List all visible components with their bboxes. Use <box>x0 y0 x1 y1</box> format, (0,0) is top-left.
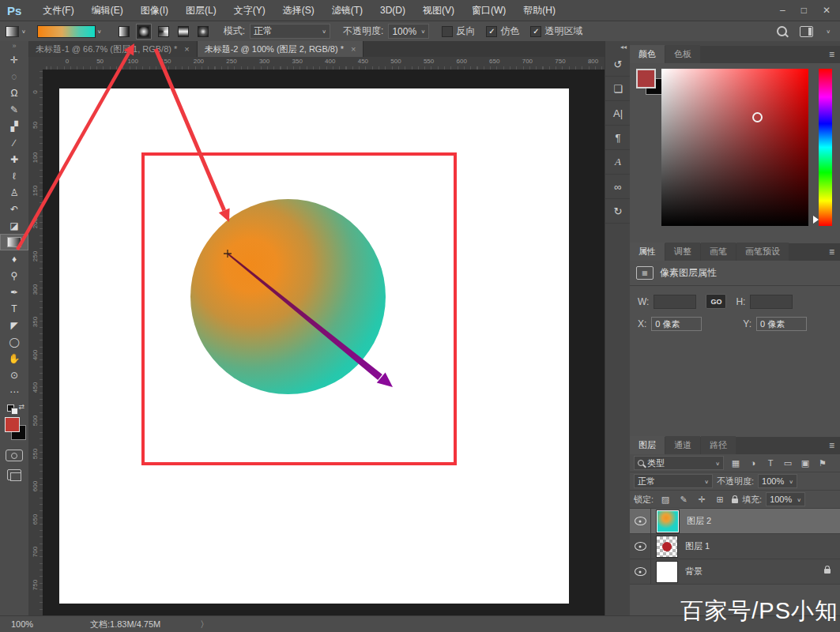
zoom-tool[interactable]: ⊙ <box>0 367 28 383</box>
layer-thumbnail[interactable] <box>657 562 677 582</box>
layer-filter-select[interactable]: 类型 ∨ <box>634 456 724 470</box>
tool-preset-picker[interactable]: ∨ <box>6 26 26 37</box>
close-icon[interactable]: × <box>351 44 356 54</box>
clone-stamp-tool[interactable]: ♙ <box>0 184 28 201</box>
sync-panel-icon[interactable]: ↻ <box>605 199 631 224</box>
default-swap-colors[interactable]: ⇄ <box>0 403 28 414</box>
lasso-tool[interactable]: Ω <box>0 85 28 101</box>
menu-item[interactable]: 编辑(E) <box>83 0 132 21</box>
hue-slider-handle[interactable] <box>813 216 819 224</box>
screen-mode-button[interactable] <box>7 469 21 480</box>
tab-色板[interactable]: 色板 <box>665 45 700 63</box>
filter-smart-objects-icon[interactable]: ▣ <box>797 457 813 469</box>
lock-all-icon[interactable] <box>732 498 738 503</box>
visibility-cell[interactable] <box>630 559 651 584</box>
libraries-panel-icon[interactable]: ❏ <box>605 77 631 101</box>
layer-thumbnail[interactable] <box>657 510 679 532</box>
close-icon[interactable]: × <box>184 44 189 54</box>
menu-item[interactable]: 图层(L) <box>177 0 225 21</box>
tab-画笔[interactable]: 画笔 <box>701 243 736 261</box>
spot-healing-tool[interactable]: ✚ <box>0 151 28 167</box>
marquee-tool[interactable]: ◌ <box>0 68 28 85</box>
ellipse-tool[interactable]: ◯ <box>0 333 28 350</box>
quick-mask-button[interactable] <box>6 450 23 461</box>
radial-gradient-button[interactable] <box>136 24 152 40</box>
lock-position-icon[interactable]: ✛ <box>694 493 710 506</box>
tab-画笔预设[interactable]: 画笔预设 <box>736 243 789 261</box>
brush-tool[interactable]: ℓ <box>0 167 28 184</box>
eye-icon[interactable] <box>635 517 646 525</box>
zoom-level-field[interactable]: 100% <box>11 619 58 629</box>
character-panel-icon[interactable]: A| <box>605 101 631 126</box>
quick-selection-tool[interactable]: ✎ <box>0 101 28 118</box>
paragraph-panel-icon[interactable]: ¶ <box>605 126 631 150</box>
lock-transparent-pixels-icon[interactable]: ▨ <box>657 493 673 506</box>
foreground-color-swatch[interactable] <box>5 417 20 432</box>
menu-item[interactable]: 窗口(W) <box>463 0 514 21</box>
tab-通道[interactable]: 通道 <box>665 436 700 454</box>
layer-blend-mode-select[interactable]: 正常 ∨ <box>634 474 713 488</box>
filter-pixel-layers-icon[interactable]: ▦ <box>728 457 744 469</box>
blur-tool[interactable]: ♦ <box>0 250 28 267</box>
history-brush-tool[interactable]: ↶ <box>0 201 28 217</box>
pen-tool[interactable]: ✒ <box>0 284 28 300</box>
document-canvas[interactable] <box>59 88 569 604</box>
height-field[interactable] <box>750 295 793 309</box>
panel-menu-icon[interactable]: ≡ <box>829 49 834 60</box>
hue-slider-strip[interactable] <box>819 69 832 226</box>
search-icon[interactable] <box>777 26 787 36</box>
eraser-tool[interactable]: ◪ <box>0 217 28 234</box>
close-button[interactable]: ✕ <box>823 0 831 21</box>
visibility-cell[interactable] <box>630 534 651 559</box>
layer-fill-select[interactable]: 100% ∨ <box>766 492 805 506</box>
share-panel-icon[interactable]: ∞ <box>605 175 631 199</box>
filter-type-layers-icon[interactable]: T <box>763 457 778 469</box>
crop-tool[interactable]: ▞ <box>0 118 28 134</box>
hand-tool[interactable]: ✋ <box>0 350 28 367</box>
width-field[interactable] <box>654 295 696 309</box>
status-expand-icon[interactable]: 〉 <box>200 619 209 630</box>
menu-item[interactable]: 视图(V) <box>414 0 463 21</box>
tab-图层[interactable]: 图层 <box>630 436 665 454</box>
blend-mode-select[interactable]: 正常 ∨ <box>250 24 330 39</box>
reflected-gradient-button[interactable] <box>175 24 191 40</box>
linear-gradient-button[interactable] <box>116 24 132 40</box>
type-tool[interactable]: T <box>0 300 28 317</box>
history-panel-icon[interactable]: ↺ <box>605 52 631 77</box>
document-tab[interactable]: 未标题-2 @ 100% (图层 2, RGB/8) *× <box>198 41 364 57</box>
lock-image-pixels-icon[interactable]: ✎ <box>676 493 691 506</box>
layer-opacity-select[interactable]: 100% ∨ <box>758 474 797 488</box>
menu-item[interactable]: 帮助(H) <box>514 0 564 21</box>
panel-menu-icon[interactable]: ≡ <box>829 440 834 451</box>
tab-颜色[interactable]: 颜色 <box>630 45 665 63</box>
move-tool[interactable]: ✛ <box>0 51 28 68</box>
foreground-swatch[interactable] <box>636 69 656 88</box>
menu-item[interactable]: 文字(Y) <box>225 0 274 21</box>
eye-icon[interactable] <box>635 567 646 576</box>
checkbox-icon[interactable]: ✓ <box>486 26 497 37</box>
checkbox-icon[interactable] <box>442 26 453 37</box>
layer-row[interactable]: 图层 2 <box>630 509 840 534</box>
layer-row[interactable]: 背景 <box>630 559 840 585</box>
link-dimensions-button[interactable]: GO <box>706 294 726 309</box>
gradient-editor-opener[interactable]: ∨ <box>37 25 102 38</box>
saturation-brightness-field[interactable] <box>661 69 808 226</box>
gradient-tool[interactable] <box>0 234 28 250</box>
menu-item[interactable]: 3D(D) <box>371 0 414 21</box>
color-picker-marker[interactable] <box>752 112 763 122</box>
dodge-tool[interactable]: ⚲ <box>0 267 28 284</box>
menu-item[interactable]: 文件(F) <box>34 0 82 21</box>
eye-icon[interactable] <box>635 542 646 551</box>
filter-pin-icon[interactable]: ⚑ <box>815 457 831 469</box>
tab-路径[interactable]: 路径 <box>701 436 736 454</box>
tab-属性[interactable]: 属性 <box>630 243 665 261</box>
minimize-button[interactable]: – <box>780 0 785 21</box>
filter-shape-layers-icon[interactable]: ▭ <box>780 457 796 469</box>
layer-row[interactable]: 图层 1 <box>630 534 840 559</box>
y-field[interactable]: 0 像素 <box>756 317 807 331</box>
workspace-switcher-icon[interactable] <box>800 26 813 37</box>
filter-adjustment-layers-icon[interactable]: ◑ <box>745 457 761 469</box>
menu-item[interactable]: 滤镜(T) <box>323 0 371 21</box>
glyphs-panel-icon[interactable]: A <box>605 150 631 175</box>
menu-item[interactable]: 图像(I) <box>132 0 177 21</box>
